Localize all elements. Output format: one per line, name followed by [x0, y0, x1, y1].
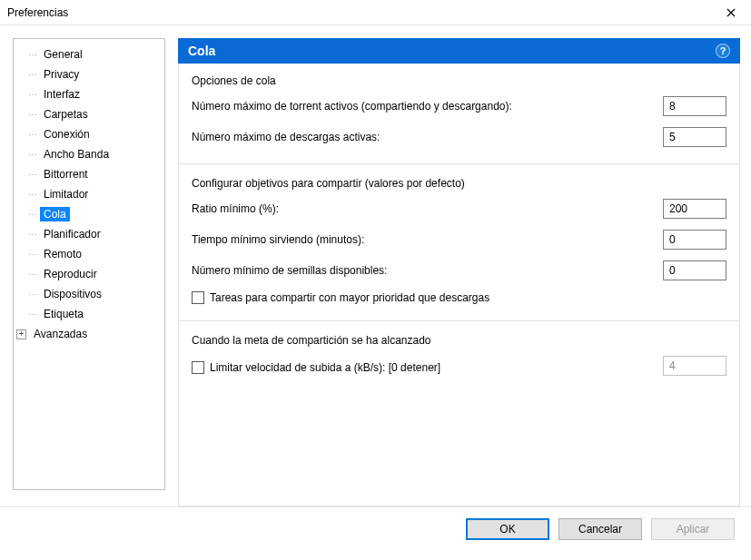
group-title: Opciones de cola: [192, 74, 726, 87]
min-seeds-label: Número mínimo de semillas disponibles:: [192, 264, 654, 277]
limit-upload-label: Limitar velocidad de subida a (kB/s): [0…: [210, 361, 440, 374]
min-seeds-input[interactable]: [663, 260, 726, 280]
tree-branch-icon: ⋯: [28, 70, 38, 80]
group-queue-options: Opciones de cola Número máximo de torren…: [192, 74, 726, 147]
tree-item-planificador[interactable]: ⋯Planificador: [17, 224, 164, 244]
tree-branch-icon: ⋯: [28, 270, 38, 280]
tree-branch-icon: ⋯: [28, 130, 38, 140]
min-seed-time-input[interactable]: [663, 230, 726, 250]
category-tree[interactable]: ⋯General⋯Privacy⋯Interfaz⋯Carpetas⋯Conex…: [13, 38, 165, 490]
expand-icon[interactable]: +: [16, 329, 26, 339]
min-ratio-input[interactable]: [663, 199, 726, 219]
titlebar: Preferencias: [0, 0, 751, 25]
apply-button[interactable]: Aplicar: [651, 518, 735, 540]
tree-item-label: Conexión: [40, 127, 94, 142]
panel-title: Cola: [188, 44, 215, 58]
seed-priority-label: Tareas para compartir con mayor priorida…: [210, 291, 489, 304]
tree-item-label: Bittorrent: [40, 167, 92, 182]
group-title: Configurar objetivos para compartir (val…: [192, 177, 726, 190]
tree-item-label: Cola: [40, 207, 70, 221]
tree-branch-icon: ⋯: [28, 309, 38, 319]
tree-item-label: Interfaz: [40, 87, 84, 102]
max-active-downloads-label: Número máximo de descargas activas:: [192, 131, 654, 143]
max-active-torrents-input[interactable]: [663, 96, 726, 116]
tree-item-label: Limitador: [40, 187, 92, 201]
tree-item-ancho-banda[interactable]: ⋯Ancho Banda: [17, 144, 164, 164]
panel-header: Cola ?: [178, 38, 740, 64]
tree-branch-icon: ⋯: [28, 90, 38, 100]
tree-item-label: Etiqueta: [40, 307, 87, 321]
max-active-downloads-input[interactable]: [663, 127, 726, 147]
tree-branch-icon: ⋯: [28, 110, 38, 120]
tree-item-dispositivos[interactable]: ⋯Dispositivos: [17, 284, 164, 304]
min-ratio-label: Ratio mínimo (%):: [192, 202, 654, 215]
tree-item-label: Avanzadas: [30, 327, 91, 341]
dialog-footer: OK Cancelar Aplicar: [0, 506, 751, 550]
tree-item-label: General: [40, 47, 86, 62]
group-title: Cuando la meta de compartición se ha alc…: [192, 334, 726, 347]
tree-item-interfaz[interactable]: ⋯Interfaz: [17, 84, 164, 104]
group-goal-reached: Cuando la meta de compartición se ha alc…: [192, 334, 726, 376]
tree-branch-icon: ⋯: [28, 150, 38, 160]
tree-item-label: Remoto: [40, 247, 85, 261]
tree-item-label: Reproducir: [40, 267, 101, 281]
divider: [179, 163, 739, 164]
tree-item-conexión[interactable]: ⋯Conexión: [17, 124, 164, 144]
window-title: Preferencias: [7, 6, 68, 19]
divider: [179, 320, 739, 321]
tree-item-etiqueta[interactable]: ⋯Etiqueta: [17, 304, 164, 324]
tree-branch-icon: ⋯: [28, 290, 38, 300]
tree-item-label: Carpetas: [40, 107, 92, 122]
tree-item-bittorrent[interactable]: ⋯Bittorrent: [17, 164, 164, 184]
tree-item-privacy[interactable]: ⋯Privacy: [17, 64, 164, 84]
tree-item-reproducir[interactable]: ⋯Reproducir: [17, 264, 164, 284]
limit-upload-checkbox[interactable]: [192, 361, 204, 374]
group-seed-goals: Configurar objetivos para compartir (val…: [192, 177, 726, 304]
tree-item-remoto[interactable]: ⋯Remoto: [17, 244, 164, 264]
tree-branch-icon: ⋯: [28, 170, 38, 180]
seed-priority-checkbox[interactable]: [192, 291, 204, 304]
cancel-button[interactable]: Cancelar: [558, 518, 642, 540]
ok-button[interactable]: OK: [466, 518, 549, 540]
tree-item-cola[interactable]: ⋯Cola: [17, 204, 164, 224]
tree-branch-icon: ⋯: [28, 50, 38, 60]
tree-item-label: Planificador: [40, 227, 104, 241]
tree-item-limitador[interactable]: ⋯Limitador: [17, 184, 164, 204]
tree-item-label: Dispositivos: [40, 287, 105, 301]
max-active-torrents-label: Número máximo de torrent activos (compar…: [192, 100, 654, 113]
tree-item-general[interactable]: ⋯General: [17, 44, 164, 64]
settings-panel: Cola ? Opciones de cola Número máximo de…: [178, 38, 740, 506]
help-icon[interactable]: ?: [716, 44, 730, 58]
tree-item-label: Privacy: [40, 67, 83, 82]
tree-item-carpetas[interactable]: ⋯Carpetas: [17, 104, 164, 124]
tree-branch-icon: ⋯: [28, 230, 38, 240]
tree-branch-icon: ⋯: [28, 210, 38, 220]
min-seed-time-label: Tiempo mínimo sirviendo (minutos):: [192, 233, 654, 246]
close-icon[interactable]: [716, 4, 746, 22]
tree-item-avanzadas[interactable]: +Avanzadas: [17, 324, 164, 344]
tree-branch-icon: ⋯: [28, 250, 38, 260]
tree-item-label: Ancho Banda: [40, 147, 113, 162]
tree-branch-icon: ⋯: [28, 190, 38, 200]
limit-upload-input: [663, 356, 726, 376]
